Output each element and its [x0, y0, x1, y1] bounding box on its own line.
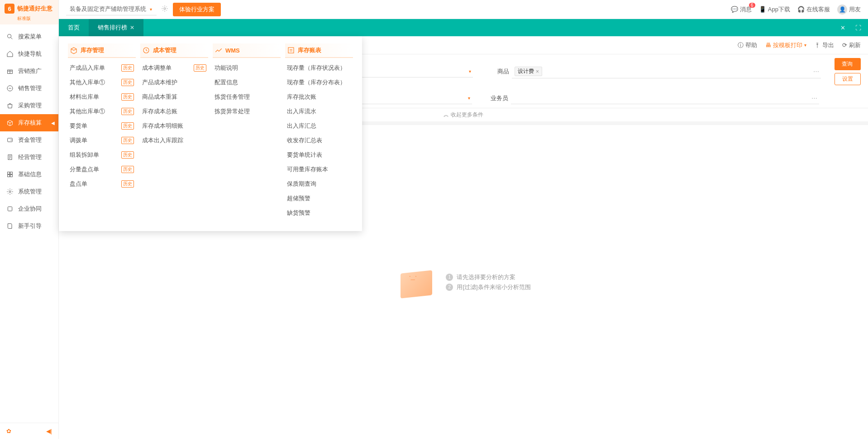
mega-menu-item[interactable]: 拣货异常处理 [213, 104, 281, 119]
nav-inventory[interactable]: 库存核算 [0, 114, 58, 131]
brand[interactable]: 6 畅捷通好生意 [0, 0, 58, 17]
nav-funds[interactable]: 资金管理 [0, 131, 58, 149]
mega-menu-item[interactable]: 库存批次账 [285, 90, 353, 104]
nav-sales[interactable]: 销售管理 [0, 80, 58, 97]
mega-menu-item[interactable]: 缺货预警 [285, 206, 353, 220]
history-badge[interactable]: 历史 [121, 137, 134, 144]
user-menu[interactable]: 👤 用友 [837, 5, 861, 14]
mega-menu-item[interactable]: 产成品入库单历史 [68, 61, 136, 75]
export-button[interactable]: ⭱ 导出 [815, 41, 834, 49]
print-template-button[interactable]: 🖶 按模板打印 ▾ [765, 41, 806, 49]
bag-icon [6, 102, 14, 109]
mega-menu-item[interactable]: 库存成本总账 [140, 104, 208, 119]
nav-purchase[interactable]: 采购管理 [0, 97, 58, 114]
nav-search[interactable]: 搜索菜单 [0, 28, 58, 45]
mega-menu-item[interactable]: 要货单统计表 [285, 148, 353, 162]
mega-menu-item[interactable]: 配置信息 [213, 75, 281, 90]
mega-menu-item[interactable]: 材料出库单历史 [68, 90, 136, 104]
mega-menu-item[interactable]: 其他入库单①历史 [68, 75, 136, 90]
system-select[interactable]: 装备及固定资产辅助管理系统 ▾ [66, 3, 157, 15]
mega-menu-item[interactable]: 调拨单历史 [68, 133, 136, 148]
history-badge[interactable]: 历史 [121, 108, 134, 115]
more-icon[interactable]: ⋯ [813, 68, 819, 75]
help-button[interactable]: ⓘ 帮助 [738, 41, 757, 49]
nav-quick[interactable]: 快捷导航 [0, 45, 58, 63]
mega-menu-item[interactable]: 收发存汇总表 [285, 133, 353, 148]
filter-salesperson-label: 业务员 [481, 94, 508, 102]
svg-point-12 [164, 8, 166, 10]
mega-menu-item[interactable]: 库存成本明细账 [140, 119, 208, 133]
nav-basedata[interactable]: 基础信息 [0, 166, 58, 183]
mega-menu-item[interactable]: 要货单历史 [68, 119, 136, 133]
refresh-label: 刷新 [849, 41, 861, 49]
mega-menu-item[interactable]: 盘点单历史 [68, 177, 136, 191]
tab-home[interactable]: 首页 [59, 19, 89, 36]
link-icon [6, 205, 14, 212]
mega-menu-item[interactable]: 保质期查询 [285, 177, 353, 191]
search-icon [6, 33, 14, 40]
mega-menu-item[interactable]: 现存量（库存分布表） [285, 75, 353, 90]
nav-marketing[interactable]: 营销推广 [0, 63, 58, 80]
more-icon[interactable]: ⋯ [811, 95, 817, 101]
wallet-icon [6, 136, 14, 144]
nav-collab[interactable]: 企业协同 [0, 200, 58, 217]
filter-product-label: 商品 [482, 68, 509, 76]
mega-item-label: 出入库流水 [287, 107, 316, 116]
mega-menu-item[interactable]: 现存量（库存状况表） [285, 61, 353, 75]
mega-item-label: 产成品入库单 [70, 64, 105, 72]
tab-sales-ranking[interactable]: 销售排行榜 ✕ [89, 19, 143, 36]
app-download-button[interactable]: 📱 App下载 [759, 5, 790, 14]
mega-menu-item[interactable]: 出入库流水 [285, 104, 353, 119]
nav-label: 系统管理 [18, 188, 42, 196]
collapse-sidebar-icon[interactable]: ◀| [46, 428, 52, 434]
industry-plan-button[interactable]: 体验行业方案 [173, 3, 221, 16]
history-badge[interactable]: 历史 [121, 151, 134, 159]
mega-menu-item[interactable]: 拣货任务管理 [213, 90, 281, 104]
messages-button[interactable]: 💬 消息 6 [731, 5, 752, 14]
mega-menu-item[interactable]: 出入库汇总 [285, 119, 353, 133]
query-button[interactable]: 查询 [835, 58, 861, 70]
online-service-button[interactable]: 🎧 在线客服 [797, 5, 830, 14]
tab-label: 销售排行榜 [98, 24, 127, 32]
export-icon: ⭱ [815, 42, 820, 48]
nav-guide[interactable]: 新手引导 [0, 217, 58, 235]
mega-menu-item[interactable]: 成本出入库跟踪 [140, 133, 208, 148]
settings-icon[interactable]: ✿ [6, 428, 11, 434]
close-all-tabs-icon[interactable]: ✕ [837, 22, 848, 33]
nav-operation[interactable]: 经营管理 [0, 149, 58, 166]
tabstrip: 首页 销售排行榜 ✕ ✕ ⛶ [59, 19, 868, 36]
mega-item-label: 其他出库单① [70, 107, 105, 116]
mega-menu-item[interactable]: 组装拆卸单历史 [68, 148, 136, 162]
history-badge[interactable]: 历史 [194, 64, 206, 72]
mega-menu-item[interactable]: 超储预警 [285, 191, 353, 206]
mega-menu-item[interactable]: 成本调整单历史 [140, 61, 208, 75]
history-badge[interactable]: 历史 [121, 180, 134, 188]
history-badge[interactable]: 历史 [121, 79, 134, 86]
nav: 搜索菜单 快捷导航 营销推广 销售管理 采购管理 库存核算 [0, 24, 58, 423]
refresh-button[interactable]: ⟳ 刷新 [842, 41, 861, 49]
filter-salesperson-input[interactable]: ⋯ [511, 92, 819, 104]
mega-menu-item[interactable]: 商品成本重算 [140, 90, 208, 104]
svg-rect-7 [10, 172, 13, 174]
brand-name: 畅捷通好生意 [17, 5, 52, 13]
history-badge[interactable]: 历史 [121, 122, 134, 130]
history-badge[interactable]: 历史 [121, 93, 134, 101]
mega-menu-item[interactable]: 可用量库存账本 [285, 162, 353, 177]
cart-icon [6, 85, 14, 92]
mega-menu-item[interactable]: 功能说明 [213, 61, 281, 75]
history-badge[interactable]: 历史 [121, 166, 134, 173]
mega-menu-item[interactable]: 产品成本维护 [140, 75, 208, 90]
gift-icon [6, 68, 14, 75]
history-badge[interactable]: 历史 [121, 64, 134, 72]
filter-product-input[interactable]: 设计费 × ⋯ [512, 65, 821, 78]
mega-menu-item[interactable]: 其他出库单①历史 [68, 104, 136, 119]
system-settings-icon[interactable] [161, 5, 168, 14]
settings-button[interactable]: 设置 [835, 73, 861, 85]
close-icon[interactable]: ✕ [130, 24, 134, 31]
svg-rect-11 [8, 207, 12, 211]
export-label: 导出 [822, 41, 834, 49]
fullscreen-icon[interactable]: ⛶ [853, 22, 863, 33]
tag-remove-icon[interactable]: × [536, 68, 539, 75]
nav-system[interactable]: 系统管理 [0, 183, 58, 200]
mega-menu-item[interactable]: 分量盘点单历史 [68, 162, 136, 177]
